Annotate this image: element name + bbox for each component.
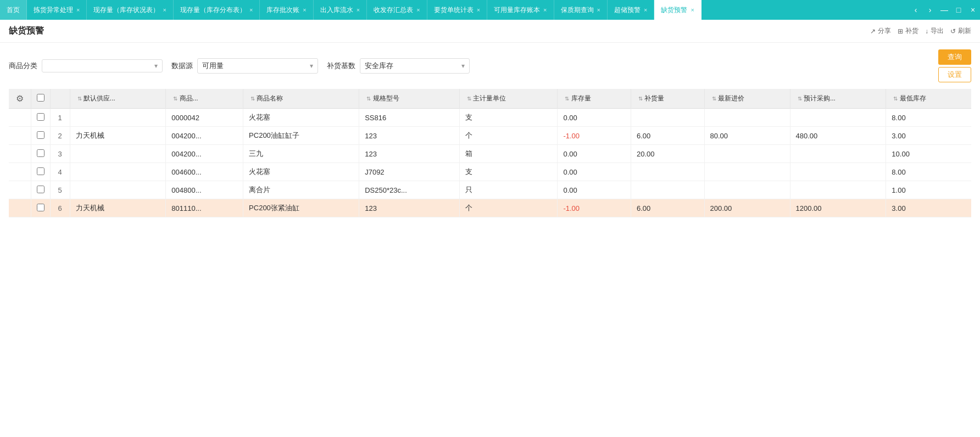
tab-maximize[interactable]: □ xyxy=(951,5,966,14)
tab-close-in-out-flow[interactable]: × xyxy=(357,7,360,13)
replenish-base-value: 安全库存 xyxy=(365,61,461,71)
row-estimated-4 xyxy=(790,181,886,199)
tab-shortage-warning[interactable]: 缺货预警 × xyxy=(654,0,701,20)
tab-close-receive-summary[interactable]: × xyxy=(416,7,420,13)
tab-close-all[interactable]: × xyxy=(966,5,980,14)
query-button[interactable]: 查询 xyxy=(938,49,971,65)
row-setting-cell xyxy=(9,109,31,127)
tab-stock-dist[interactable]: 现存量（库存分布表） × xyxy=(174,0,260,20)
col-header-latest-price[interactable]: ⇅ 最新进价 xyxy=(704,89,790,109)
row-checkbox-5[interactable] xyxy=(37,204,44,211)
sort-icon-stock: ⇅ xyxy=(565,96,569,102)
table-row: 6 力天机械 801110... PC200张紧油缸 123 个 -1.00 6… xyxy=(9,199,971,217)
row-minstock-3: 8.00 xyxy=(886,163,971,181)
tab-nav-next[interactable]: › xyxy=(923,5,937,14)
row-unit-2: 箱 xyxy=(459,145,558,163)
row-num-0: 1 xyxy=(50,109,70,127)
datasource-arrow-icon: ▾ xyxy=(310,62,313,70)
tab-defect-processing[interactable]: 拣货异常处理 × xyxy=(27,0,87,20)
tab-receive-summary[interactable]: 收发存汇总表 × xyxy=(367,0,427,20)
tab-available-ledger[interactable]: 可用量库存账本 × xyxy=(487,0,554,20)
col-header-stock-qty[interactable]: ⇅ 库存量 xyxy=(558,89,631,109)
table-container: ⚙ ⇅ 默认供应... ⇅ 商品... ⇅ 商品名称 ⇅ 规格型号 ⇅ 主计量单… xyxy=(0,89,980,226)
col-header-spec[interactable]: ⇅ 规格型号 xyxy=(359,89,460,109)
row-supplier-3 xyxy=(70,163,166,181)
row-stock-2: 0.00 xyxy=(558,145,631,163)
share-button[interactable]: ↗ 分享 xyxy=(870,26,891,36)
settings-button[interactable]: 设置 xyxy=(938,67,971,82)
sort-icon-code: ⇅ xyxy=(173,96,177,102)
row-price-4 xyxy=(704,181,790,199)
tab-order-stats[interactable]: 要货单统计表 × xyxy=(427,0,487,20)
row-checkbox-3[interactable] xyxy=(37,167,44,175)
export-button[interactable]: ↓ 导出 xyxy=(925,26,944,36)
replenish-icon: ⊞ xyxy=(898,27,903,35)
tab-close-stock-dist[interactable]: × xyxy=(249,7,253,13)
row-checkbox-cell[interactable] xyxy=(31,199,50,217)
row-replenish-2: 20.00 xyxy=(631,145,704,163)
row-code-4: 004800... xyxy=(166,181,243,199)
row-replenish-4 xyxy=(631,181,704,199)
row-checkbox-2[interactable] xyxy=(37,149,44,157)
tab-home[interactable]: 首页 xyxy=(0,0,27,20)
row-estimated-3 xyxy=(790,163,886,181)
row-stock-3: 0.00 xyxy=(558,163,631,181)
tab-nav-prev[interactable]: ‹ xyxy=(909,5,923,14)
row-unit-3: 支 xyxy=(459,163,558,181)
refresh-button[interactable]: ↺ 刷新 xyxy=(950,26,971,36)
tab-close-overstock-warning[interactable]: × xyxy=(644,7,647,13)
category-select[interactable]: ▾ xyxy=(42,59,163,72)
row-spec-5: 123 xyxy=(359,199,460,217)
tab-close-defect-processing[interactable]: × xyxy=(76,7,80,13)
table-body: 1 0000042 火花塞 SS816 支 0.00 8.00 2 力天机械 0… xyxy=(9,109,971,217)
row-num-2: 3 xyxy=(50,145,70,163)
replenish-button[interactable]: ⊞ 补货 xyxy=(898,26,918,36)
datasource-select[interactable]: 可用量 ▾ xyxy=(197,58,318,74)
tab-close-order-stats[interactable]: × xyxy=(477,7,480,13)
row-stock-4: 0.00 xyxy=(558,181,631,199)
tab-close-available-ledger[interactable]: × xyxy=(543,7,547,13)
row-checkbox-0[interactable] xyxy=(37,113,44,121)
row-stock-5: -1.00 xyxy=(558,199,631,217)
filter-actions: 查询 设置 xyxy=(938,49,971,82)
page-header: 缺货预警 ↗ 分享 ⊞ 补货 ↓ 导出 ↺ 刷新 xyxy=(0,20,980,43)
replenish-base-select[interactable]: 安全库存 ▾ xyxy=(360,58,470,74)
row-checkbox-cell[interactable] xyxy=(31,145,50,163)
col-header-estimated-purchase[interactable]: ⇅ 预计采购... xyxy=(790,89,886,109)
row-checkbox-4[interactable] xyxy=(37,186,44,193)
col-header-supplier[interactable]: ⇅ 默认供应... xyxy=(70,89,166,109)
filter-group-datasource: 数据源 可用量 ▾ xyxy=(171,58,318,74)
tab-overstock-warning[interactable]: 超储预警 × xyxy=(608,0,654,20)
row-name-1: PC200油缸缸子 xyxy=(243,127,359,145)
col-header-setting[interactable]: ⚙ xyxy=(9,89,31,109)
col-header-product-name[interactable]: ⇅ 商品名称 xyxy=(243,89,359,109)
row-checkbox-1[interactable] xyxy=(37,131,44,139)
tab-close-batch-account[interactable]: × xyxy=(303,7,306,13)
row-checkbox-cell[interactable] xyxy=(31,163,50,181)
table-row: 3 004200... 三九 123 箱 0.00 20.00 10.00 xyxy=(9,145,971,163)
tab-minimize[interactable]: — xyxy=(937,5,951,14)
category-label: 商品分类 xyxy=(9,61,37,71)
tab-close-expiry-query[interactable]: × xyxy=(597,7,600,13)
tab-in-out-flow[interactable]: 出入库流水 × xyxy=(314,0,367,20)
tab-expiry-query[interactable]: 保质期查询 × xyxy=(554,0,608,20)
select-all-checkbox[interactable] xyxy=(37,94,44,102)
row-checkbox-cell[interactable] xyxy=(31,127,50,145)
col-header-unit[interactable]: ⇅ 主计量单位 xyxy=(459,89,558,109)
row-checkbox-cell[interactable] xyxy=(31,109,50,127)
tab-close-stock-status[interactable]: × xyxy=(163,7,166,13)
tab-close-shortage-warning[interactable]: × xyxy=(691,7,694,13)
row-estimated-2 xyxy=(790,145,886,163)
col-header-min-stock[interactable]: ⇅ 最低库存 xyxy=(886,89,971,109)
tab-stock-status[interactable]: 现存量（库存状况表） × xyxy=(87,0,173,20)
row-price-5: 200.00 xyxy=(704,199,790,217)
row-checkbox-cell[interactable] xyxy=(31,181,50,199)
row-price-0 xyxy=(704,109,790,127)
tab-batch-account[interactable]: 库存批次账 × xyxy=(260,0,313,20)
col-header-check[interactable] xyxy=(31,89,50,109)
row-unit-0: 支 xyxy=(459,109,558,127)
row-setting-cell xyxy=(9,199,31,217)
col-header-replenish-qty[interactable]: ⇅ 补货量 xyxy=(631,89,704,109)
col-header-product-code[interactable]: ⇅ 商品... xyxy=(166,89,243,109)
share-icon: ↗ xyxy=(870,27,876,35)
